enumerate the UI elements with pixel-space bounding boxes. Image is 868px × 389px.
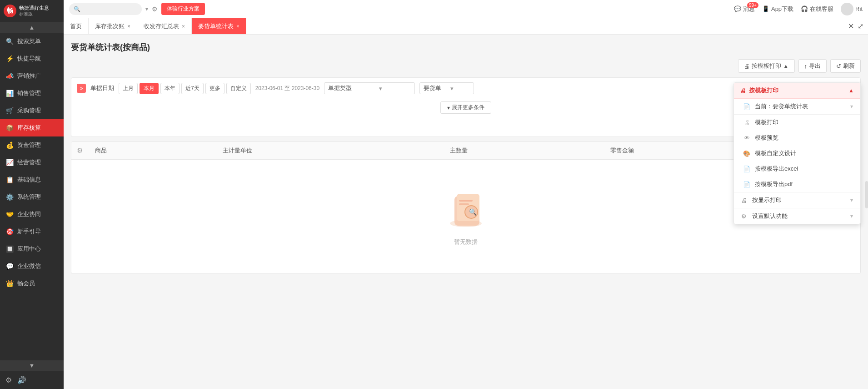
template-print-label: 模板打印 — [755, 118, 853, 126]
set-default-icon: ⚙ — [740, 213, 748, 220]
empty-text: 暂无数据 — [454, 238, 478, 246]
sidebar-item-collab[interactable]: 🤝 企业协同 — [0, 206, 64, 223]
tab-order-stats[interactable]: 要货单统计表 × — [192, 18, 246, 34]
dropdown-item-export-excel[interactable]: 📄 按模板导出excel — [734, 161, 860, 177]
dropdown-item-template-design[interactable]: 🎨 模板自定义设计 — [734, 146, 860, 161]
footer-speaker-icon[interactable]: 🔊 — [17, 376, 26, 384]
order-type-select[interactable]: 单据类型 ▾ — [324, 82, 415, 94]
export-excel-label: 按模板导出excel — [755, 165, 853, 173]
tab-inventory-batch-label: 库存批次账 — [95, 22, 125, 30]
messages-btn[interactable]: 💬 消息 99+ — [734, 5, 755, 13]
date-btn-7days[interactable]: 近7天 — [181, 83, 204, 94]
date-btn-custom[interactable]: 自定义 — [226, 83, 251, 94]
page-content: 要货单统计表(按商品) 🖨 按模板打印 ▲ ↑ 导出 ↺ 刷新 » 单据日期 上… — [64, 35, 868, 389]
date-btn-last-month[interactable]: 上月 — [119, 83, 138, 94]
export-pdf-label: 按模板导出pdf — [755, 180, 853, 188]
app-download-label: App下载 — [771, 5, 793, 13]
template-design-icon: 🎨 — [743, 150, 750, 157]
sidebar-item-label: 快捷导航 — [17, 55, 41, 63]
user-avatar-btn[interactable]: Rit — [841, 3, 863, 15]
display-print-arrow: ▾ — [850, 197, 853, 203]
empty-icon-svg: 🔍 — [443, 187, 489, 232]
sidebar-item-purchase[interactable]: 🛒 采购管理 — [0, 102, 64, 119]
download-icon: 📱 — [762, 5, 769, 12]
system-icon: ⚙️ — [5, 193, 14, 201]
tab-expand-btn[interactable]: ⤢ — [858, 22, 863, 30]
header-search-bar[interactable]: 🔍 — [69, 3, 142, 15]
online-service-btn[interactable]: 🎧 在线客服 — [801, 5, 833, 13]
export-icon: ↑ — [804, 63, 808, 70]
tab-home[interactable]: 首页 — [64, 18, 89, 34]
toolbar-row: 🖨 按模板打印 ▲ ↑ 导出 ↺ 刷新 — [71, 59, 861, 73]
tab-inventory-batch[interactable]: 库存批次账 × — [89, 18, 137, 34]
date-btn-this-month[interactable]: 本月 — [140, 83, 159, 94]
app-download-btn[interactable]: 📱 App下载 — [762, 5, 793, 13]
dropdown-default-section: ⚙ 设置默认功能 ▾ — [734, 208, 860, 224]
operations-icon: 📈 — [5, 159, 14, 166]
sidebar-item-label: 库存核算 — [17, 124, 41, 132]
sidebar-item-marketing[interactable]: 📣 营销推广 — [0, 67, 64, 85]
tabs-actions: ✕ ⤢ — [843, 22, 868, 30]
expand-icon: ▾ — [447, 105, 450, 111]
date-btn-more[interactable]: 更多 — [205, 83, 224, 94]
sidebar-item-operations[interactable]: 📈 经营管理 — [0, 154, 64, 171]
sidebar-item-finance[interactable]: 💰 资金管理 — [0, 136, 64, 154]
tab-receivables[interactable]: 收发存汇总表 × — [137, 18, 192, 34]
quick-nav-icon: ⚡ — [5, 55, 14, 62]
sidebar-item-quick-nav[interactable]: ⚡ 快捷导航 — [0, 50, 64, 67]
tab-close-all-btn[interactable]: ✕ — [848, 22, 854, 30]
sidebar-item-label: 销售管理 — [17, 89, 41, 97]
sidebar-item-inventory[interactable]: 📦 库存核算 — [0, 119, 64, 136]
sidebar-item-guide[interactable]: 🎯 新手引导 — [0, 223, 64, 240]
expand-more-btn[interactable]: ▾ 展开更多条件 — [440, 101, 491, 114]
print-template-btn[interactable]: 🖨 按模板打印 ▲ — [738, 59, 795, 73]
tabs-bar: 首页 库存批次账 × 收发存汇总表 × 要货单统计表 × ✕ ⤢ — [64, 18, 868, 35]
header-chevron-icon[interactable]: ▾ — [145, 6, 148, 12]
dropdown-close-arrow[interactable]: ▲ — [848, 87, 854, 94]
table-settings-icon[interactable]: ⚙ — [77, 147, 83, 154]
export-btn[interactable]: ↑ 导出 — [798, 59, 827, 73]
print-icon: 🖨 — [744, 63, 750, 70]
col-settings[interactable]: ⚙ — [71, 142, 90, 160]
sidebar-item-apps[interactable]: 🔲 应用中心 — [0, 240, 64, 258]
scroll-up-btn[interactable]: ▲ — [0, 22, 64, 33]
dropdown-item-export-pdf[interactable]: 📄 按模板导出pdf — [734, 177, 860, 192]
member-icon: 👑 — [5, 280, 14, 287]
dropdown-item-set-default[interactable]: ⚙ 设置默认功能 ▾ — [734, 208, 860, 224]
date-btn-this-year[interactable]: 本年 — [160, 83, 180, 94]
order-type-label: 单据类型 — [328, 84, 352, 92]
sidebar-item-basic[interactable]: 📋 基础信息 — [0, 171, 64, 188]
dropdown-current-item[interactable]: 📄 当前：要货单统计表 ▾ — [734, 99, 860, 114]
dropdown-display-section: 🖨 按显示打印 ▾ — [734, 192, 860, 208]
sidebar-item-sales[interactable]: 📊 销售管理 — [0, 85, 64, 102]
sidebar-item-system[interactable]: ⚙️ 系统管理 — [0, 188, 64, 206]
display-print-icon: 🖨 — [740, 197, 748, 204]
sidebar-item-wechat[interactable]: 💬 企业微信 — [0, 258, 64, 275]
filter-expand-icon-btn[interactable]: » — [77, 84, 86, 93]
scroll-down-btn[interactable]: ▼ — [0, 360, 64, 371]
set-default-label: 设置默认功能 — [752, 212, 846, 220]
dropdown-item-display-print[interactable]: 🖨 按显示打印 ▾ — [734, 192, 860, 208]
logo-icon: 畅 — [4, 5, 16, 17]
tab-inventory-batch-close[interactable]: × — [127, 23, 130, 30]
dropdown-item-template-preview[interactable]: 👁 模板预览 — [734, 130, 860, 146]
current-item-icon: 📄 — [743, 103, 750, 110]
trial-button[interactable]: 体验行业方案 — [161, 3, 205, 15]
tab-order-stats-close[interactable]: × — [236, 23, 239, 30]
order-goods-select[interactable]: 要货单 ▾ — [419, 82, 474, 94]
footer-settings-icon[interactable]: ⚙ — [5, 376, 12, 384]
right-scrollbar[interactable] — [865, 181, 868, 208]
sidebar-item-search[interactable]: 🔍 搜索菜单 — [0, 33, 64, 50]
header-gear-icon[interactable]: ⚙ — [152, 5, 158, 13]
app-version: 标准版 — [19, 11, 49, 17]
refresh-btn[interactable]: ↺ 刷新 — [830, 59, 861, 73]
date-range-text: 2023-06-01 至 2023-06-30 — [255, 85, 319, 92]
tab-receivables-close[interactable]: × — [182, 23, 185, 30]
dropdown-item-template-print[interactable]: 🖨 模板打印 — [734, 115, 860, 130]
current-item-arrow: ▾ — [850, 103, 853, 110]
messages-badge: 99+ — [747, 2, 758, 8]
print-template-label: 按模板打印 — [752, 62, 781, 70]
sidebar-item-label: 新手引导 — [17, 227, 41, 236]
sidebar-item-member[interactable]: 👑 畅会员 — [0, 275, 64, 292]
sidebar: 畅 畅捷通好生意 标准版 ▲ 🔍 搜索菜单 ⚡ 快捷导航 📣 营销推广 📊 销售… — [0, 0, 64, 389]
